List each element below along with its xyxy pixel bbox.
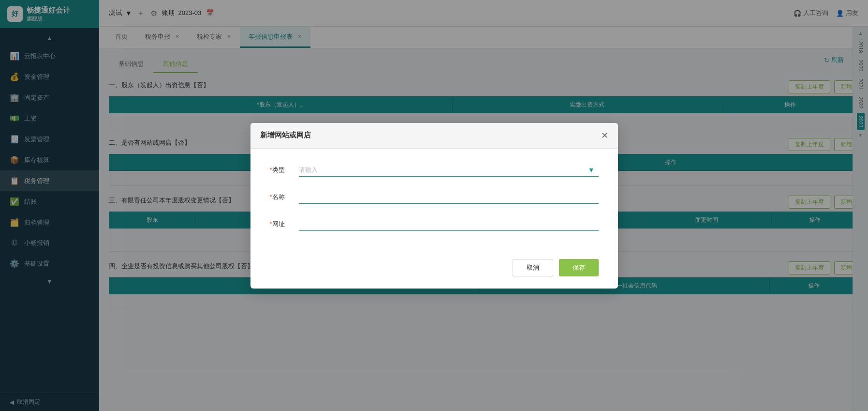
form-row-name: *名称 [270,190,599,204]
form-row-url: *网址 [270,217,599,231]
modal-footer: 取消 保存 [250,254,618,289]
type-input[interactable] [299,163,599,177]
type-label: *类型 [270,166,299,174]
type-input-wrapper: ▼ [299,163,599,177]
add-website-modal: 新增网站或网店 ✕ *类型 ▼ *名称 [250,123,618,289]
url-input[interactable] [299,217,599,231]
modal-overlay: 新增网站或网店 ✕ *类型 ▼ *名称 [0,0,868,411]
url-label: *网址 [270,220,299,228]
save-button[interactable]: 保存 [559,259,599,276]
url-input-wrapper [299,217,599,231]
form-row-type: *类型 ▼ [270,163,599,177]
modal-body: *类型 ▼ *名称 *网址 [250,149,618,254]
name-input-wrapper [299,190,599,204]
name-label: *名称 [270,193,299,201]
modal-title: 新增网站或网店 [260,131,311,140]
cancel-button[interactable]: 取消 [513,259,553,276]
modal-header: 新增网站或网店 ✕ [250,123,618,149]
name-input[interactable] [299,190,599,204]
modal-close-btn[interactable]: ✕ [601,130,608,141]
